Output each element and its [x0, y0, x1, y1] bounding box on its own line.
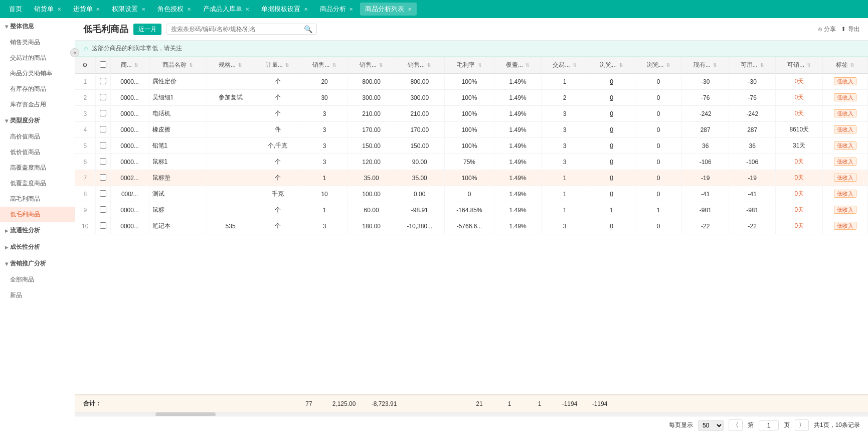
row-checkbox-cell[interactable]	[95, 90, 110, 106]
per-page-select[interactable]: 50 20 100	[698, 420, 724, 431]
sidebar-item-high-margin[interactable]: 高毛利商品	[0, 191, 75, 207]
row-checkbox-cell[interactable]	[95, 218, 110, 234]
close-template-icon[interactable]: ✕	[304, 7, 308, 12]
table-container[interactable]: ⚙ 商... ⇅ 商品名称 ⇅ 规格... ⇅ 计量... ⇅ 销售... ⇅ …	[75, 57, 868, 394]
view1-link[interactable]: 0	[610, 94, 613, 101]
row-checkbox-cell[interactable]	[95, 138, 110, 154]
row-checkbox[interactable]	[100, 222, 106, 229]
col-settings[interactable]: ⚙	[75, 57, 95, 74]
close-role-icon[interactable]: ✕	[187, 7, 191, 12]
sidebar-collapse-button[interactable]: «	[70, 48, 79, 57]
col-view2[interactable]: 浏览... ⇅	[635, 57, 682, 74]
view1-link[interactable]: 0	[610, 159, 613, 166]
table-row[interactable]: 2 0000... 吴细细1 参加复试 个 30 300.00 300.00 1…	[75, 90, 868, 106]
row-checkbox[interactable]	[100, 190, 106, 197]
row-checkbox-cell[interactable]	[95, 202, 110, 218]
view1-link[interactable]: 0	[610, 191, 613, 198]
close-product-icon[interactable]: ✕	[245, 7, 249, 12]
date-filter-button[interactable]: 近一月	[133, 24, 161, 35]
next-page-button[interactable]: 〉	[795, 419, 809, 431]
col-sale-qty[interactable]: 销售... ⇅	[301, 57, 348, 74]
row-view1[interactable]: 0	[588, 106, 635, 122]
view1-link[interactable]: 0	[610, 78, 613, 85]
row-checkbox[interactable]	[100, 174, 106, 181]
view1-link[interactable]: 0	[610, 142, 613, 150]
col-saleable[interactable]: 可销... ⇅	[776, 57, 823, 74]
col-checkbox[interactable]	[95, 57, 110, 74]
row-view1[interactable]: 0	[588, 170, 635, 186]
sidebar-item-low-coverage[interactable]: 低覆盖度商品	[0, 176, 75, 191]
table-row[interactable]: 7 0002... 鼠标垫 个 1 35.00 35.00 100% 1.49%…	[75, 170, 868, 186]
sidebar-item-stocked-goods[interactable]: 有库存的商品	[0, 81, 75, 97]
row-checkbox[interactable]	[100, 158, 106, 165]
sidebar-item-sales-goods[interactable]: 销售类商品	[0, 35, 75, 50]
sidebar-group-circulation[interactable]: ▸ 流通性分析	[0, 222, 75, 239]
table-row[interactable]: 10 0000... 笔记本 535 个 3 180.00 -10,380...…	[75, 218, 868, 234]
horizontal-scrollbar[interactable]	[75, 412, 868, 416]
close-permission-icon[interactable]: ✕	[141, 7, 145, 12]
close-analysis-icon[interactable]: ✕	[349, 7, 353, 12]
close-sales-order-icon[interactable]: ✕	[57, 7, 61, 12]
table-row[interactable]: 4 0000... 橡皮擦 件 3 170.00 170.00 100% 1.4…	[75, 122, 868, 138]
sidebar-item-traded-goods[interactable]: 交易过的商品	[0, 50, 75, 66]
sidebar-item-high-coverage[interactable]: 高覆盖度商品	[0, 160, 75, 176]
table-row[interactable]: 3 0000... 电话机 个 3 210.00 210.00 100% 1.4…	[75, 106, 868, 122]
row-view1[interactable]: 1	[588, 202, 635, 218]
row-view1[interactable]: 0	[588, 154, 635, 170]
col-name[interactable]: 商品名称 ⇅	[149, 57, 207, 74]
page-input[interactable]	[759, 420, 779, 430]
nav-home[interactable]: 首页	[4, 3, 27, 16]
nav-product-analysis-list[interactable]: 商品分析列表 ✕	[360, 3, 417, 16]
col-code[interactable]: 商... ⇅	[110, 57, 149, 74]
nav-product-entry[interactable]: 产成品入库单 ✕	[198, 3, 255, 16]
col-trade-count[interactable]: 交易... ⇅	[541, 57, 588, 74]
nav-role-auth[interactable]: 角色授权 ✕	[152, 3, 196, 16]
view1-link[interactable]: 0	[610, 126, 613, 133]
sidebar-group-overall[interactable]: ▾ 整体信息	[0, 18, 75, 35]
row-checkbox-cell[interactable]	[95, 186, 110, 202]
row-checkbox[interactable]	[100, 142, 106, 149]
row-checkbox-cell[interactable]	[95, 170, 110, 186]
row-view1[interactable]: 0	[588, 90, 635, 106]
nav-template-settings[interactable]: 单据模板设置 ✕	[256, 3, 313, 16]
sidebar-item-new-goods[interactable]: 新品	[0, 287, 75, 303]
close-analysis-list-icon[interactable]: ✕	[408, 7, 412, 12]
table-row[interactable]: 1 0000... 属性定价 个 20 800.00 800.00 100% 1…	[75, 74, 868, 90]
select-all-checkbox[interactable]	[100, 61, 106, 68]
sidebar-item-low-margin[interactable]: 低毛利商品	[0, 207, 75, 222]
sidebar-item-high-value[interactable]: 高价值商品	[0, 129, 75, 144]
row-view1[interactable]: 0	[588, 218, 635, 234]
row-checkbox-cell[interactable]	[95, 74, 110, 90]
col-sale-profit[interactable]: 销售... ⇅	[395, 57, 444, 74]
sidebar-item-category-rate[interactable]: 商品分类助销率	[0, 66, 75, 81]
view1-link[interactable]: 1	[610, 207, 613, 214]
row-checkbox[interactable]	[100, 94, 106, 100]
col-current[interactable]: 现有... ⇅	[682, 57, 729, 74]
col-unit[interactable]: 计量... ⇅	[254, 57, 301, 74]
row-checkbox[interactable]	[100, 78, 106, 84]
row-checkbox[interactable]	[100, 110, 106, 116]
nav-product-analysis[interactable]: 商品分析 ✕	[315, 3, 359, 16]
view1-link[interactable]: 0	[610, 110, 613, 117]
close-purchase-order-icon[interactable]: ✕	[96, 7, 100, 12]
col-view1[interactable]: 浏览... ⇅	[588, 57, 635, 74]
row-checkbox[interactable]	[100, 206, 106, 213]
export-button[interactable]: ⬆ 导出	[841, 25, 860, 34]
view1-link[interactable]: 0	[610, 175, 613, 182]
sidebar-group-type-analysis[interactable]: ▾ 类型度分析	[0, 112, 75, 129]
col-gross-rate[interactable]: 毛利率 ⇅	[444, 57, 494, 74]
sidebar-item-low-value[interactable]: 低价值商品	[0, 144, 75, 160]
col-sale-amt[interactable]: 销售... ⇅	[348, 57, 395, 74]
nav-purchase-order[interactable]: 进货单 ✕	[68, 3, 105, 16]
col-spec[interactable]: 规格... ⇅	[207, 57, 254, 74]
search-input[interactable]	[171, 26, 304, 33]
sidebar-item-inventory-capital[interactable]: 库存资金占用	[0, 97, 75, 112]
row-checkbox-cell[interactable]	[95, 122, 110, 138]
table-row[interactable]: 5 0000... 铅笔1 个,千克 3 150.00 150.00 100% …	[75, 138, 868, 154]
row-view1[interactable]: 0	[588, 74, 635, 90]
prev-page-button[interactable]: 〈	[729, 419, 743, 431]
row-checkbox-cell[interactable]	[95, 106, 110, 122]
col-available[interactable]: 可用... ⇅	[729, 57, 776, 74]
row-checkbox[interactable]	[100, 126, 106, 132]
table-row[interactable]: 9 0000... 鼠标 个 1 60.00 -98.91 -164.85% 1…	[75, 202, 868, 218]
